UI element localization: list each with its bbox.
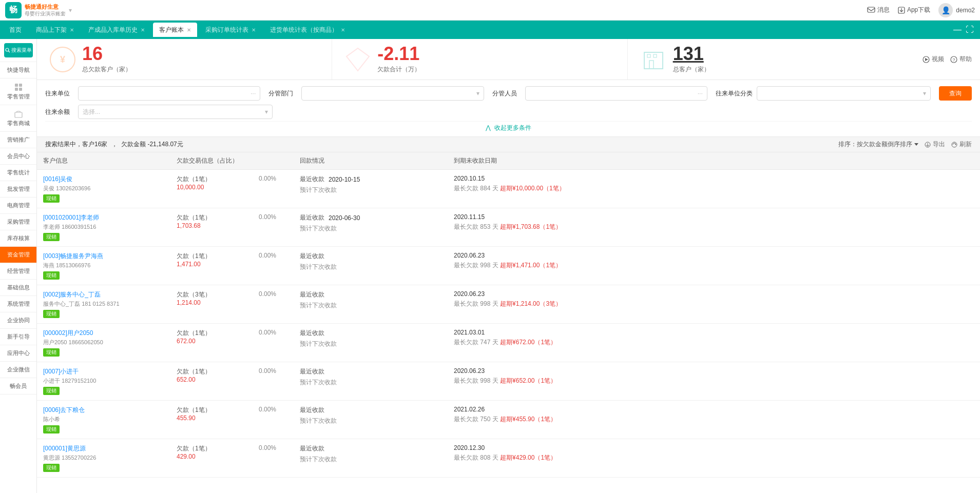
debt-amount[interactable]: 652.00 [177,376,246,383]
sidebar-item-batch-mgmt[interactable]: 批发管理 [0,181,36,198]
overdue-days: 最长欠款 853 天 [454,223,500,230]
next-payment-label: 预计下次收款 [300,186,441,194]
overdue-amount[interactable]: 超期¥455.90（1笔） [500,416,556,423]
tab-close-customer[interactable]: ✕ [187,27,191,33]
debt-amount[interactable]: 1,214.00 [177,299,246,306]
due-date: 2021.03.01 [454,329,974,336]
overdue-amount[interactable]: 超期¥1,703.68（1笔） [500,223,562,230]
last-payment-label: 最近收款 [300,290,324,299]
customer-name-link[interactable]: [0006]去下粮仓 [43,406,164,415]
sidebar-item-basic[interactable]: 基础信息 [0,280,36,296]
customer-name-link[interactable]: [0016]吴俊 [43,175,164,184]
unit-category-field: 往来单位分类 ▾ [716,86,931,101]
search-menu-btn[interactable]: 搜索菜单 [0,39,36,62]
overdue-amount[interactable]: 超期¥1,214.00（3笔） [500,300,562,307]
overdue-days: 最长欠款 998 天 [454,262,500,269]
help-btn[interactable]: ? 帮助 [950,55,972,64]
customer-name-link[interactable]: [0007]小进干 [43,367,164,376]
balance-label: 往来余额 [45,108,74,116]
tab-close-instock[interactable]: ✕ [341,27,345,33]
customer-sub: 用户2050 18665062050 [43,339,164,346]
tab-close-purchase[interactable]: ✕ [252,27,256,33]
customer-name-link[interactable]: [0001020001]李老师 [43,213,164,222]
debt-amount[interactable]: 672.00 [177,338,246,345]
tab-close-production[interactable]: ✕ [141,27,145,33]
next-payment-label: 预计下次收款 [300,417,441,425]
tab-maximize-btn[interactable]: ⛶ [966,25,974,34]
refresh-btn[interactable]: 刷新 [951,140,972,149]
svg-text:?: ? [952,57,955,63]
sidebar-item-vip[interactable]: 畅会员 [0,378,36,395]
customer-name-link[interactable]: [000001]黄思源 [43,444,164,453]
from-unit-input[interactable]: ··· [78,86,260,101]
sidebar-item-member[interactable]: 会员中心 [0,148,36,165]
balance-field: 往来余额 选择... ▾ [45,105,273,119]
customer-tag: 现销 [43,233,60,241]
video-help-btn[interactable]: 视频 [923,55,944,64]
overdue-amount[interactable]: 超期¥429.00（1笔） [500,454,556,461]
unit-category-select[interactable]: ▾ [757,86,931,101]
user-avatar[interactable]: 👤 demo2 [938,3,975,17]
sidebar-item-retail-mall[interactable]: 零售商城 [0,105,36,132]
sidebar-item-finance[interactable]: 资金管理 [0,247,36,263]
sidebar-item-ecommerce[interactable]: 电商管理 [0,198,36,214]
debt-pct: 0.00% [259,213,287,221]
play-circle-icon [923,56,930,63]
app-download-btn[interactable]: App下载 [898,6,930,14]
overdue-amount[interactable]: 超期¥672.00（1笔） [500,339,556,346]
message-btn[interactable]: 消息 [867,6,890,14]
sort-control[interactable]: 排序：按欠款金额倒序排序 [838,140,918,149]
stat-debt-customers: ¥ 16 总欠款客户（家） [37,39,332,80]
tab-close-goods[interactable]: ✕ [70,27,74,33]
unit-category-label: 往来单位分类 [716,89,753,98]
sidebar-item-inventory[interactable]: 库存核算 [0,230,36,247]
tab-home[interactable]: 首页 [3,23,28,37]
sidebar-item-system[interactable]: 系统管理 [0,296,36,312]
overdue-amount[interactable]: 超期¥652.00（1笔） [500,377,556,384]
tab-instock-summary[interactable]: 进货单统计表（按商品） ✕ [264,23,351,37]
tab-purchase-summary[interactable]: 采购订单统计表 ✕ [199,23,262,37]
sidebar-item-retail-mgmt[interactable]: 零售管理 [0,78,36,105]
customer-name-link[interactable]: [000002]用户2050 [43,329,164,338]
debt-amount[interactable]: 1,703.68 [177,222,246,229]
next-payment-label: 预计下次收款 [300,224,441,233]
tab-production[interactable]: 产成品入库单历史 ✕ [82,23,151,37]
debt-amount[interactable]: 1,471.00 [177,261,246,268]
debt-pct: 0.00% [259,329,287,336]
sidebar-item-new-guide[interactable]: 新手引导 [0,329,36,345]
overdue-amount[interactable]: 超期¥1,471.00（1笔） [500,262,562,269]
tab-goods[interactable]: 商品上下架 ✕ [30,23,80,37]
debt-amount[interactable]: 429.00 [177,453,246,460]
svg-marker-26 [955,144,956,145]
overdue-days: 最长欠款 747 天 [454,339,500,346]
next-payment-label: 预计下次收款 [300,455,441,464]
overdue-amount[interactable]: 超期¥10,000.00（1笔） [500,185,565,192]
sidebar-item-marketing[interactable]: 营销推广 [0,132,36,148]
customer-name-link[interactable]: [0002]服务中心_丁磊 [43,290,164,299]
collapse-bar[interactable]: ⋀ 收起更多条件 [45,121,972,134]
col-due-date: 到期未收款日期 [448,152,980,170]
debt-amount[interactable]: 10,000.00 [177,184,246,191]
search-button[interactable]: 查询 [939,86,972,101]
customer-sub: 吴俊 13026203696 [43,185,164,192]
quick-nav-item[interactable]: 快捷导航 [0,62,36,78]
debt-count: 欠款（3笔） [177,290,246,299]
table-row: [0003]畅捷服务尹海燕 海燕 18513066976 现销 欠款（1笔） 1… [37,247,980,285]
sidebar-item-business[interactable]: 经营管理 [0,263,36,280]
export-btn[interactable]: 导出 [925,140,945,149]
next-payment-label: 预计下次收款 [300,378,441,387]
debt-amount[interactable]: 455.90 [177,415,246,422]
sidebar-item-purchase[interactable]: 采购管理 [0,214,36,230]
sidebar-item-retail-stats[interactable]: 零售统计 [0,165,36,181]
svg-rect-15 [647,54,650,57]
tab-minimize-btn[interactable]: — [953,25,962,34]
tab-customer[interactable]: 客户账本 ✕ [153,23,197,37]
customer-name-link[interactable]: [0003]畅捷服务尹海燕 [43,252,164,261]
manager-input[interactable]: ··· [525,86,707,101]
sidebar-item-enterprise-coop[interactable]: 企业协同 [0,312,36,329]
sidebar-item-app-center[interactable]: 应用中心 [0,345,36,362]
overdue-days: 最长欠款 808 天 [454,454,500,461]
sidebar-item-enterprise-wechat[interactable]: 企业微信 [0,362,36,378]
balance-select[interactable]: 选择... ▾ [78,105,273,119]
dept-select[interactable]: ▾ [301,86,484,101]
